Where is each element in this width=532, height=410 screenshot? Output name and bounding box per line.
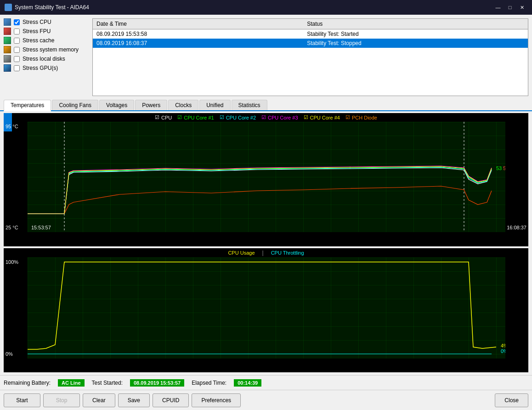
checkbox-stress-disk[interactable]: Stress local disks <box>4 55 89 63</box>
start-button[interactable]: Start <box>4 393 40 407</box>
legend-pch-check: ☑ <box>345 114 350 120</box>
legend-pch: ☑ PCH Diode <box>345 114 377 120</box>
temp-x-end: 16:08:37 <box>507 225 526 230</box>
close-window-button[interactable]: ✕ <box>516 2 527 13</box>
save-button[interactable]: Save <box>118 393 150 407</box>
fpu-icon <box>4 28 11 35</box>
legend-core1-label: CPU Core #1 <box>184 115 214 120</box>
cpuid-button[interactable]: CPUID <box>153 393 189 407</box>
gpu-icon <box>4 64 11 72</box>
stress-cpu-label: Stress CPU <box>23 19 51 25</box>
stress-mem-checkbox[interactable] <box>14 47 20 53</box>
stress-disk-label: Stress local disks <box>23 56 65 62</box>
top-section: Stress CPU Stress FPU Stress cache Stres… <box>0 15 532 100</box>
stress-fpu-label: Stress FPU <box>23 28 51 34</box>
legend-core3-label: CPU Core #3 <box>268 115 298 120</box>
legend-core1: ☑ CPU Core #1 <box>177 114 214 120</box>
main-content: Stress CPU Stress FPU Stress cache Stres… <box>0 15 532 410</box>
temp-chart-legend: ☑ CPU ☑ CPU Core #1 ☑ CPU Core #2 ☑ CPU … <box>4 113 528 122</box>
window-title: System Stability Test - AIDA64 <box>15 4 89 11</box>
tabs-bar: Temperatures Cooling Fans Voltages Power… <box>0 100 532 111</box>
usage-chart-legend: CPU Usage | CPU Throttling <box>4 248 528 257</box>
svg-text:53: 53 <box>496 165 502 171</box>
legend-core2: ☑ CPU Core #2 <box>220 114 256 120</box>
tab-clocks[interactable]: Clocks <box>168 100 198 110</box>
legend-core3: ☑ CPU Core #3 <box>261 114 298 120</box>
clear-button[interactable]: Clear <box>83 393 115 407</box>
stress-fpu-checkbox[interactable] <box>14 28 20 34</box>
stress-gpu-checkbox[interactable] <box>14 65 20 71</box>
legend-pch-label: PCH Diode <box>352 115 377 120</box>
col-status: Status <box>303 19 528 29</box>
table-row[interactable]: 08.09.2019 16:08:37 Stability Test: Stop… <box>93 39 528 48</box>
checkbox-stress-cache[interactable]: Stress cache <box>4 37 89 44</box>
col-datetime: Date & Time <box>93 19 303 29</box>
legend-throttle-label: CPU Throttling <box>271 250 304 256</box>
stress-cpu-checkbox[interactable] <box>14 19 20 25</box>
disk-icon <box>4 55 11 63</box>
legend-cpu-throttle: CPU Throttling <box>271 250 304 256</box>
legend-cpu-usage: CPU Usage <box>228 250 255 256</box>
test-started-label: Test Started: <box>92 380 123 386</box>
legend-usage-label: CPU Usage <box>228 250 255 256</box>
tab-cooling-fans[interactable]: Cooling Fans <box>52 100 98 110</box>
preferences-button[interactable]: Preferences <box>192 393 241 407</box>
stress-cache-checkbox[interactable] <box>14 38 20 44</box>
checkbox-stress-gpu[interactable]: Stress GPU(s) <box>4 64 89 72</box>
legend-core4-check: ☑ <box>304 114 308 120</box>
maximize-button[interactable]: □ <box>504 2 515 13</box>
legend-core4-label: CPU Core #4 <box>310 115 340 120</box>
row1-datetime: 08.09.2019 15:53:58 <box>93 29 303 39</box>
stress-gpu-label: Stress GPU(s) <box>23 65 58 71</box>
temp-x-start: 15:53:57 <box>31 225 51 230</box>
row2-datetime: 08.09.2019 16:08:37 <box>93 39 303 48</box>
tab-unified[interactable]: Unified <box>199 100 230 110</box>
elapsed-value: 00:14:39 <box>234 379 261 387</box>
usage-y-min: 0% <box>6 351 13 357</box>
legend-separator: | <box>262 250 264 256</box>
stress-mem-label: Stress system memory <box>23 46 79 53</box>
row2-status: Stability Test: Stopped <box>303 39 528 48</box>
tab-temperatures[interactable]: Temperatures <box>4 100 51 111</box>
test-started-value: 08.09.2019 15:53:57 <box>130 379 184 387</box>
temperature-chart: ☑ CPU ☑ CPU Core #1 ☑ CPU Core #2 ☑ CPU … <box>4 113 528 246</box>
charts-area: ☑ CPU ☑ CPU Core #1 ☑ CPU Core #2 ☑ CPU … <box>0 111 532 375</box>
svg-text:0%: 0% <box>501 348 505 354</box>
usage-y-max: 100% <box>6 259 18 265</box>
temp-chart-svg: 53 53 <box>28 122 505 232</box>
tab-powers[interactable]: Powers <box>135 100 167 110</box>
svg-text:53: 53 <box>503 165 505 171</box>
elapsed-label: Elapsed Time: <box>192 380 226 386</box>
bottom-bar: Start Stop Clear Save CPUID Preferences … <box>0 390 532 410</box>
tab-voltages[interactable]: Voltages <box>99 100 134 110</box>
title-bar-left: System Stability Test - AIDA64 <box>5 4 89 11</box>
legend-core3-check: ☑ <box>261 114 266 120</box>
close-button[interactable]: Close <box>495 393 528 407</box>
row1-status: Stability Test: Started <box>303 29 528 39</box>
table-row[interactable]: 08.09.2019 15:53:58 Stability Test: Star… <box>93 29 528 39</box>
legend-cpu-check: ☑ <box>155 114 159 120</box>
title-bar-controls: — □ ✕ <box>492 2 527 13</box>
cpu-icon <box>4 18 11 26</box>
stress-disk-checkbox[interactable] <box>14 56 20 62</box>
legend-core4: ☑ CPU Core #4 <box>304 114 340 120</box>
usage-chart: CPU Usage | CPU Throttling 100% 0% <box>4 248 528 372</box>
stop-button[interactable]: Stop <box>43 393 80 407</box>
temp-y-min: 25 °C <box>6 225 18 230</box>
svg-text:4%: 4% <box>501 343 505 348</box>
minimize-button[interactable]: — <box>492 2 504 13</box>
usage-chart-svg: 4% 0% <box>28 257 505 359</box>
app-icon <box>5 4 12 11</box>
legend-cpu-label: CPU <box>161 115 172 120</box>
svg-rect-1 <box>28 122 505 232</box>
battery-value: AC Line <box>58 379 85 387</box>
checkbox-stress-cpu[interactable]: Stress CPU <box>4 18 89 26</box>
cache-icon <box>4 37 11 44</box>
legend-core2-label: CPU Core #2 <box>226 115 256 120</box>
checkbox-stress-mem[interactable]: Stress system memory <box>4 46 89 53</box>
checkbox-stress-fpu[interactable]: Stress FPU <box>4 28 89 35</box>
stress-cache-label: Stress cache <box>23 37 54 44</box>
tab-statistics[interactable]: Statistics <box>232 100 267 110</box>
checkbox-list: Stress CPU Stress FPU Stress cache Stres… <box>4 18 89 96</box>
status-bar: Remaining Battery: AC Line Test Started:… <box>0 375 532 390</box>
